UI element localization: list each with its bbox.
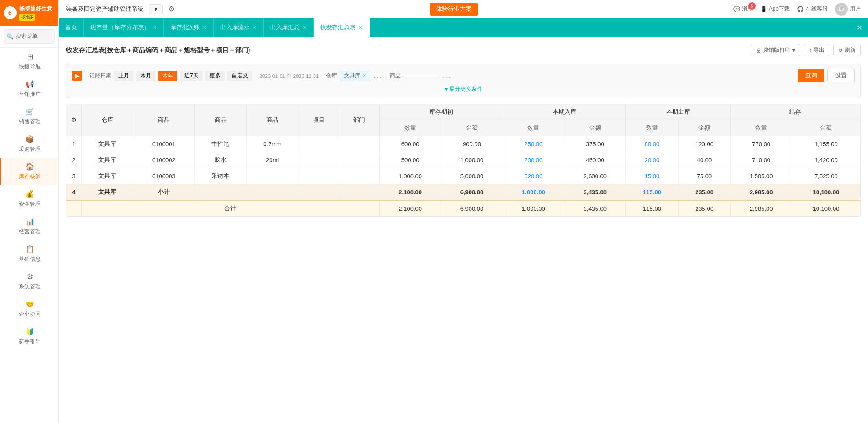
row2-out-qty[interactable]: 20.00 <box>626 152 678 168</box>
tab-close-batch-ledger[interactable]: ✕ <box>203 25 207 31</box>
row3-opening-amt: 5,000.00 <box>441 168 503 184</box>
goods-input[interactable] <box>404 74 440 77</box>
date-btn-7days[interactable]: 近7天 <box>180 71 203 81</box>
tab-flow[interactable]: 出入库流水 ✕ <box>214 18 264 37</box>
online-service-action[interactable]: 🎧 在线客服 <box>797 5 828 13</box>
filter-toggle-button[interactable]: ▶ <box>72 71 82 81</box>
col-header-closing: 结存 <box>730 104 860 120</box>
app-download-action[interactable]: 📱 App下载 <box>760 5 790 13</box>
row3-in-qty[interactable]: 520.00 <box>503 168 564 184</box>
table-settings-header[interactable]: ⚙ <box>66 104 82 136</box>
subtotal-opening-amt: 6,900.00 <box>441 184 503 201</box>
col-header-warehouse: 仓库 <box>82 104 133 136</box>
date-filter-group: 记账日期 上月 本月 本年 近7天 更多 自定义 <box>89 71 252 81</box>
sidebar-item-guide[interactable]: 🔰 新手引导 <box>0 323 58 350</box>
query-button[interactable]: 查询 <box>798 69 824 82</box>
tab-recv-summary[interactable]: 收发存汇总表 ✕ <box>314 18 370 37</box>
date-btn-last-month[interactable]: 上月 <box>114 71 133 81</box>
row1-out-amt: 120.00 <box>678 136 730 152</box>
print-button[interactable]: 🖨 拨销版打印 ▾ <box>751 44 800 56</box>
row3-spec <box>246 168 299 184</box>
date-btn-custom[interactable]: 自定义 <box>227 71 252 81</box>
row2-spec: 20ml <box>246 152 299 168</box>
col-header-project: 项目 <box>299 104 339 136</box>
expand-more-button[interactable]: ▾ 展开更多条件 <box>445 85 482 93</box>
expand-row: ▾ 展开更多条件 <box>72 85 855 93</box>
page: 收发存汇总表(按仓库＋商品编码＋商品＋规格型号＋项目＋部门) 🖨 拨销版打印 ▾… <box>59 37 868 423</box>
row3-project <box>299 168 339 184</box>
row2-closing-amt: 1,420.00 <box>792 152 860 168</box>
subtotal-row: 4 文具库 小计 2,100.00 6,900.00 1,000.00 <box>66 184 860 201</box>
subtotal-in-amt: 3,435.00 <box>564 184 626 201</box>
row2-project <box>299 152 339 168</box>
row2-seq: 2 <box>66 152 82 168</box>
footer-out-qty: 115.00 <box>626 200 678 216</box>
settings-icon[interactable]: ⚙ <box>168 5 175 13</box>
export-button[interactable]: ↑ 导出 <box>804 44 829 56</box>
subtotal-out-qty[interactable]: 115.00 <box>626 184 678 201</box>
filter-area: ▶ 记账日期 上月 本月 本年 近7天 更多 自定义 2023-01-01 至 … <box>66 64 861 98</box>
date-btn-more[interactable]: 更多 <box>205 71 225 81</box>
filter-settings-button[interactable]: 设置 <box>827 69 855 82</box>
logo-badge: 标准版 <box>19 14 35 21</box>
sidebar-item-marketing[interactable]: 📢 营销推广 <box>0 75 58 103</box>
refresh-icon: ↺ <box>838 47 843 54</box>
tab-home[interactable]: 首页 <box>59 18 84 37</box>
subtotal-empty3 <box>299 184 339 201</box>
row3-warehouse: 文具库 <box>82 168 133 184</box>
date-btn-this-year[interactable]: 本年 <box>158 71 177 81</box>
sidebar-item-system[interactable]: ⚙ 系统管理 <box>0 268 58 295</box>
goods-more-dots[interactable]: ... <box>443 71 452 80</box>
tab-close-recv-summary[interactable]: ✕ <box>359 25 363 31</box>
warehouse-filter-label: 仓库 <box>326 72 337 80</box>
sidebar-item-quick-nav[interactable]: ⊞ 快捷导航 <box>0 48 58 75</box>
subtotal-in-qty[interactable]: 1,000.00 <box>503 184 564 201</box>
col-in-amt: 金额 <box>564 120 626 136</box>
row3-out-qty[interactable]: 15.00 <box>626 168 678 184</box>
marketing-icon: 📢 <box>25 80 34 88</box>
tabbar-close-button[interactable]: ✕ <box>851 23 868 32</box>
sidebar-item-purchase[interactable]: 📦 采购管理 <box>0 130 58 158</box>
row1-seq: 1 <box>66 136 82 152</box>
tab-inventory-dist[interactable]: 现存量（库存分布表） ✕ <box>84 18 164 37</box>
headset-icon: 🎧 <box>797 6 804 12</box>
tab-summary[interactable]: 出入库汇总 ✕ <box>264 18 314 37</box>
refresh-button[interactable]: ↺ 刷新 <box>833 44 861 56</box>
row2-name: 胶水 <box>195 152 247 168</box>
system-dropdown[interactable]: ▼ <box>149 4 163 14</box>
message-action[interactable]: 💬 消息 6 <box>733 5 753 13</box>
sidebar-item-enterprise[interactable]: 🤝 企业协同 <box>0 295 58 323</box>
user-action[interactable]: Ea 用户 <box>835 3 861 16</box>
search-menu-button[interactable]: 🔍 搜索菜单 <box>4 29 55 44</box>
sidebar-item-finance[interactable]: 💰 资金管理 <box>0 185 58 213</box>
tab-close-inventory-dist[interactable]: ✕ <box>153 25 157 31</box>
topbar-left: 装备及固定资产辅助管理系统 ▼ ⚙ <box>66 4 175 14</box>
row1-in-qty[interactable]: 250.00 <box>503 136 564 152</box>
sidebar-logo: 6 畅捷通好生意 标准版 <box>0 0 58 26</box>
row2-in-amt: 460.00 <box>564 152 626 168</box>
sidebar-item-basic-info[interactable]: 📋 基础信息 <box>0 240 58 268</box>
warehouse-more-dots[interactable]: ... <box>373 71 382 80</box>
sidebar-item-inventory[interactable]: 🏠 库存核算 <box>0 158 58 185</box>
subtotal-opening-qty: 2,100.00 <box>379 184 441 201</box>
tab-close-summary[interactable]: ✕ <box>303 25 307 31</box>
row3-in-amt: 2,600.00 <box>564 168 626 184</box>
warehouse-tag-close[interactable]: ✕ <box>362 73 366 79</box>
tab-close-flow[interactable]: ✕ <box>253 25 257 31</box>
row2-in-qty[interactable]: 230.00 <box>503 152 564 168</box>
col-header-dept: 部门 <box>339 104 379 136</box>
sales-icon: 🛒 <box>25 107 34 116</box>
subtotal-empty4 <box>339 184 379 201</box>
footer-empty0 <box>66 200 82 216</box>
date-btn-this-month[interactable]: 本月 <box>136 71 155 81</box>
mobile-icon: 📱 <box>760 6 767 12</box>
tab-batch-ledger[interactable]: 库存批次账 ✕ <box>164 18 214 37</box>
page-title-actions: 🖨 拨销版打印 ▾ ↑ 导出 ↺ 刷新 <box>751 44 861 56</box>
subtotal-closing-amt: 10,100.00 <box>792 184 860 201</box>
sidebar-item-operations[interactable]: 📊 经营管理 <box>0 213 58 240</box>
sidebar-item-sales[interactable]: 🛒 销售管理 <box>0 103 58 130</box>
row1-in-amt: 375.00 <box>564 136 626 152</box>
trial-button[interactable]: 体验行业方案 <box>430 3 478 16</box>
row1-out-qty[interactable]: 80.00 <box>626 136 678 152</box>
subtotal-empty1 <box>195 184 247 201</box>
